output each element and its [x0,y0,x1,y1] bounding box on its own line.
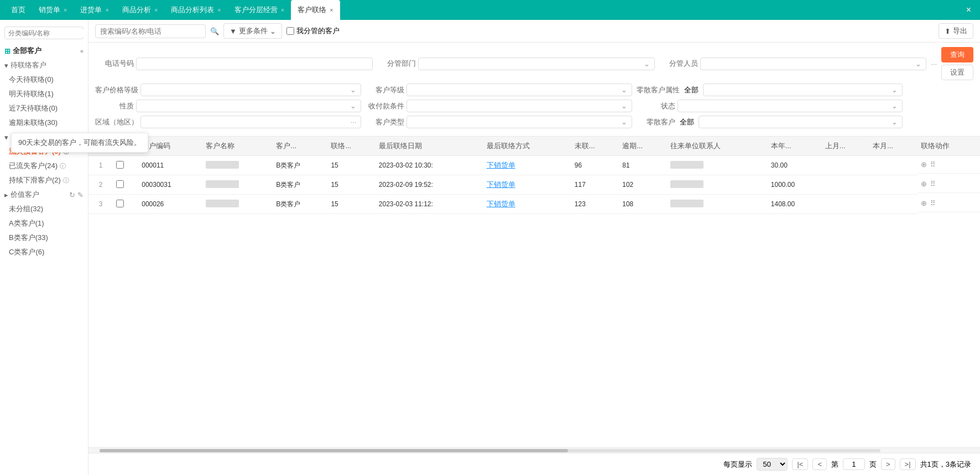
customer-type-select[interactable]: ⌄ [406,116,632,128]
my-customers-checkbox[interactable] [286,27,294,35]
payment-select[interactable]: ⌄ [406,100,632,112]
row-actions-0[interactable]: ⊕ ⠿ [918,156,980,174]
declining-info-icon[interactable]: ⓘ [63,176,69,185]
payment-arrow-icon: ⌄ [621,102,627,110]
sidebar-item-overdue[interactable]: 逾期未联络(30) [0,116,88,130]
sidebar-search-box[interactable]: 🔍 [4,27,84,39]
sidebar-item-class-a[interactable]: A类客户(1) [0,216,88,231]
edit-value-icon[interactable]: ✎ [77,191,84,199]
col-last-contact-method: 最后联络方式 [483,137,571,156]
nav-product-list[interactable]: 商品分析列表 × [164,0,227,20]
row-last-month-0 [822,156,869,175]
row-name-1 [202,175,273,195]
last-page-btn[interactable]: >| [900,458,916,470]
scrollbar-track[interactable] [100,449,880,452]
region-more-icon[interactable]: ··· [350,118,356,126]
scattered-customer-select[interactable]: ⌄ [698,116,903,128]
sidebar-item-ungrouped[interactable]: 未分组(32) [0,202,88,216]
close-purchase-icon[interactable]: × [105,7,108,13]
row-checkbox-2[interactable] [113,195,138,214]
sidebar-item-class-c[interactable]: C类客户(6) [0,245,88,259]
first-page-btn[interactable]: |< [792,458,808,470]
row-this-year-0: 30.00 [768,156,822,175]
row-actions-2[interactable]: ⊕ ⠿ [918,195,980,212]
row-liaison-1 [667,175,768,195]
price-level-arrow-icon: ⌄ [350,86,356,94]
nav-customer-contact[interactable]: 客户联络 × [291,0,340,20]
nav-product-analysis[interactable]: 商品分析 × [116,0,164,20]
sidebar-item-declining[interactable]: 持续下滑客户(2) ⓘ [0,173,88,187]
query-btn[interactable]: 查询 [941,47,973,62]
churned-info-icon[interactable]: ⓘ [60,162,66,170]
nav-home[interactable]: 首页 [4,0,32,20]
row-last-method-0[interactable]: 下销货单 [483,156,571,175]
close-sales-icon[interactable]: × [64,7,67,13]
row-last-month-2 [822,195,869,214]
row-actions-1[interactable]: ⊕ ⠿ [918,175,980,193]
row-last-method-2[interactable]: 下销货单 [483,195,571,214]
status-select[interactable]: ⌄ [677,100,903,112]
action-more-icon-2[interactable]: ⠿ [930,199,936,207]
action-more-icon-0[interactable]: ⠿ [930,160,936,169]
close-tier-icon[interactable]: × [281,7,284,13]
action-link-icon-2[interactable]: ⊕ [921,199,927,207]
close-all-button[interactable]: × [962,5,976,15]
refresh-value-icon[interactable]: ↻ [69,191,75,199]
sidebar-item-tomorrow[interactable]: 明天待联络(1) [0,87,88,101]
customers-table: ⚙ 客户编码 客户名称 客户... 联络... 最后联络日期 最后联络方式 未联… [88,137,980,214]
sidebar-item-7days[interactable]: 近7天待联络(0) [0,101,88,116]
nature-arrow-icon: ⌄ [350,102,356,110]
action-link-icon-1[interactable]: ⊕ [921,180,927,188]
sidebar-search-input[interactable] [8,29,88,37]
nature-select[interactable]: ⌄ [136,100,361,112]
close-analysis-icon[interactable]: × [154,7,158,13]
search-input[interactable] [95,24,206,38]
next-page-btn[interactable]: > [881,458,895,470]
row-checkbox-0[interactable] [113,156,138,175]
action-link-icon-0[interactable]: ⊕ [921,160,927,169]
scrollbar-thumb[interactable] [100,449,568,452]
dept-select[interactable]: ⌄ [418,58,655,70]
arrow-value-icon: ▸ [4,191,8,199]
row-checkbox-1[interactable] [113,175,138,195]
nav-purchase[interactable]: 进货单 × [74,0,115,20]
region-select[interactable]: ··· [140,116,361,128]
table-row: 3 000026 B类客户 15 2023-02-03 11:12: 下销货单 … [88,195,980,214]
sidebar-item-today[interactable]: 今天待联络(0) [0,72,88,87]
nav-sales[interactable]: 销货单 × [32,0,74,20]
my-customers-checkbox-label[interactable]: 我分管的客户 [286,26,340,36]
nav-customer-tier[interactable]: 客户分层经营 × [228,0,291,20]
sidebar-all-customers[interactable]: ⊞ 全部客户 « [0,44,88,58]
close-list-icon[interactable]: × [217,7,221,13]
page-number-input[interactable] [843,458,865,470]
row-last-method-1[interactable]: 下销货单 [483,175,571,195]
close-contact-icon[interactable]: × [330,7,333,13]
manager-select[interactable]: ⌄ [700,58,926,70]
settings-btn[interactable]: 设置 [941,65,973,80]
more-conditions-btn[interactable]: ▼ 更多条件 ⌄ [223,23,282,39]
main-layout: 🔍 ⊞ 全部客户 « ▾ 待联络客户 今天待联络(0) 明天待联络(1) 近7天… [0,20,980,475]
collapse-all-icon[interactable]: « [80,48,84,54]
section-value-customers[interactable]: ▸ 价值客户 ↻ ✎ [0,187,88,202]
sidebar-item-churned[interactable]: 已流失客户(24) ⓘ [0,159,88,173]
export-btn[interactable]: ⬆ 导出 [939,23,973,39]
prev-page-btn[interactable]: < [812,458,827,470]
search-btn-icon[interactable]: 🔍 [210,27,219,35]
customer-level-select[interactable]: ⌄ [406,83,632,96]
phone-input[interactable] [136,58,373,70]
manager-more-icon[interactable]: ··· [931,60,937,68]
top-nav: 首页 销货单 × 进货单 × 商品分析 × 商品分析列表 × 客户分层经营 × … [0,0,980,20]
section-pending-contact[interactable]: ▾ 待联络客户 [0,58,88,72]
scattered-attr-select[interactable]: ⌄ [703,83,903,96]
row-num-2: 3 [88,195,113,214]
col-name: 客户名称 [202,137,273,156]
row-liaison-2 [667,195,768,214]
horizontal-scrollbar[interactable] [88,447,980,453]
row-overdue-2: 108 [619,195,666,214]
action-more-icon-1[interactable]: ⠿ [930,180,936,188]
price-level-select[interactable]: ⌄ [140,83,361,96]
sidebar-item-class-b[interactable]: B类客户(33) [0,231,88,245]
page-size-select[interactable]: 2050100200 [757,458,788,471]
row-code-0: 000011 [138,156,202,175]
sidebar: 🔍 ⊞ 全部客户 « ▾ 待联络客户 今天待联络(0) 明天待联络(1) 近7天… [0,20,88,475]
